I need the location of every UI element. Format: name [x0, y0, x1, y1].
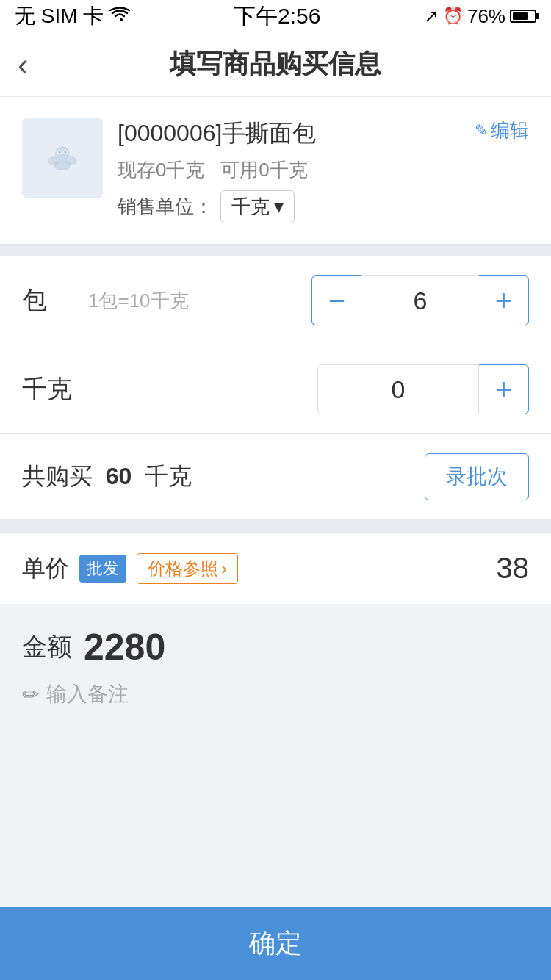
unit-select[interactable]: 千克 ▾ [220, 190, 295, 223]
package-stepper: − + [311, 275, 529, 325]
svg-point-6 [59, 151, 61, 154]
total-row: 共购买 60 千克 录批次 [0, 434, 551, 520]
section-divider-2 [0, 520, 551, 532]
edit-button[interactable]: ✎ 编辑 [475, 118, 529, 143]
amount-value: 2280 [84, 626, 165, 669]
product-stock: 现存0千克 可用0千克 [118, 157, 460, 183]
alarm-icon: ⏰ [443, 7, 463, 26]
price-ref-button[interactable]: 价格参照 › [137, 553, 238, 584]
product-name: [0000006]手撕面包 [118, 118, 460, 150]
package-hint: 1包=10千克 [88, 288, 311, 314]
total-text: 共购买 60 千克 [22, 461, 192, 493]
status-bar: 无 SIM 卡 下午2:56 ↗ ⏰ 76% [0, 0, 551, 32]
page-title: 填写商品购买信息 [170, 46, 381, 82]
dropdown-icon: ▾ [274, 195, 284, 218]
location-icon: ↗ [424, 6, 439, 26]
amount-row: 金额 2280 [22, 626, 529, 669]
wifi-icon [109, 4, 130, 28]
back-icon: ‹ [18, 46, 29, 82]
svg-point-7 [65, 151, 67, 154]
product-card: [0000006]手撕面包 现存0千克 可用0千克 销售单位： 千克 ▾ ✎ 编… [0, 97, 551, 245]
package-input-row: 包 1包=10千克 − + [0, 256, 551, 345]
remark-row[interactable]: ✏ 输入备注 [22, 680, 529, 708]
kg-stepper: + [317, 364, 529, 414]
kg-plus-button[interactable]: + [479, 364, 529, 414]
kg-label: 千克 [22, 372, 81, 406]
price-section: 单价 批发 价格参照 › 38 [0, 532, 551, 604]
price-label: 单价 [22, 552, 69, 585]
status-time: 下午2:56 [234, 1, 320, 32]
battery-percent: 76% [467, 5, 505, 28]
product-info: [0000006]手撕面包 现存0千克 可用0千克 销售单位： 千克 ▾ [118, 118, 460, 223]
amount-label: 金额 [22, 630, 72, 664]
pencil-icon: ✏ [22, 682, 39, 707]
status-right: ↗ ⏰ 76% [424, 5, 536, 28]
carrier-label: 无 SIM 卡 [15, 2, 104, 30]
package-minus-button[interactable]: − [311, 275, 361, 325]
section-divider [0, 245, 551, 256]
status-left: 无 SIM 卡 [15, 2, 130, 30]
remark-placeholder: 输入备注 [46, 680, 129, 708]
price-tag-pifa: 批发 [79, 555, 126, 583]
amount-section: 金额 2280 ✏ 输入备注 [0, 604, 551, 907]
product-image [22, 118, 103, 198]
nav-bar: ‹ 填写商品购买信息 [0, 32, 551, 97]
chevron-right-icon: › [221, 558, 227, 579]
batch-button[interactable]: 录批次 [425, 453, 529, 500]
kg-value-input[interactable] [317, 364, 479, 414]
svg-point-3 [54, 160, 71, 170]
battery-icon [510, 10, 536, 23]
confirm-button[interactable]: 确定 [0, 907, 551, 980]
product-unit: 销售单位： 千克 ▾ [118, 190, 460, 223]
price-row: 单价 批发 价格参照 › 38 [22, 552, 529, 585]
kg-input-row: 千克 + [0, 345, 551, 434]
price-value: 38 [497, 552, 530, 585]
back-button[interactable]: ‹ [18, 46, 29, 83]
edit-icon: ✎ [475, 121, 488, 140]
input-section: 包 1包=10千克 − + 千克 + 共购买 60 千克 录批次 [0, 256, 551, 520]
package-plus-button[interactable]: + [479, 275, 529, 325]
package-value-input[interactable] [361, 275, 479, 325]
package-label: 包 [22, 284, 81, 317]
